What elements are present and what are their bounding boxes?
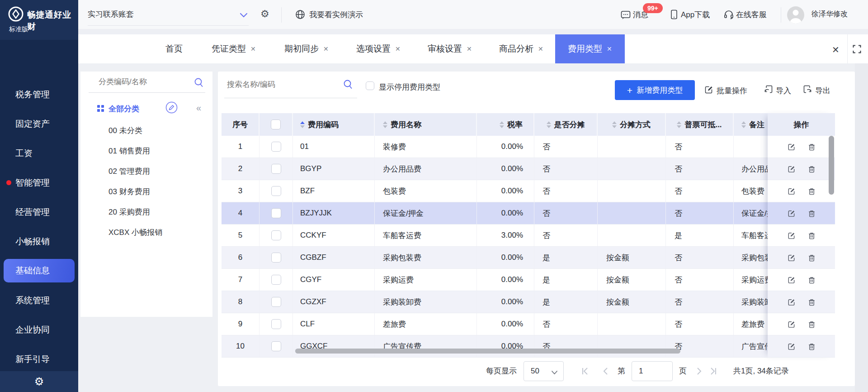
search-icon[interactable] (343, 79, 354, 91)
per-page-select[interactable]: 50 (524, 361, 564, 381)
delete-button[interactable] (807, 253, 816, 262)
chevron-down-icon[interactable] (240, 12, 248, 20)
column-header-1[interactable]: 序号 (222, 113, 259, 136)
row-checkbox[interactable] (271, 341, 281, 351)
table-row[interactable]: 101装修费0.00%否否 (222, 136, 835, 158)
sidebar-item-7[interactable]: 基础信息 (4, 259, 75, 282)
edit-button[interactable] (787, 165, 796, 173)
delete-button[interactable] (807, 231, 816, 240)
column-header-4[interactable]: 费用名称 (375, 113, 477, 136)
select-all-checkbox[interactable] (271, 120, 281, 129)
close-icon[interactable]: ✕ (538, 45, 543, 53)
edit-button[interactable] (787, 276, 796, 284)
delete-button[interactable] (807, 342, 816, 351)
headset-icon[interactable] (723, 9, 734, 22)
row-checkbox[interactable] (271, 142, 281, 152)
next-page-icon[interactable] (694, 367, 703, 378)
show-disabled-checkbox[interactable] (366, 81, 374, 90)
row-checkbox[interactable] (271, 208, 281, 218)
edit-button[interactable] (787, 253, 796, 262)
table-row[interactable]: 5CCKYF车船客运费3.00%否是车船客运费 (222, 225, 835, 247)
close-all-tabs-icon[interactable]: ✕ (832, 44, 840, 55)
app-download-label[interactable]: App下载 (681, 10, 710, 20)
column-header-3[interactable]: 费用编码 (293, 113, 375, 136)
column-header-5[interactable]: 税率 (477, 113, 534, 136)
tab-1[interactable]: 首页 (165, 34, 183, 63)
table-row[interactable]: 9CLF差旅费0.00%否否差旅费 (222, 313, 835, 335)
first-page-icon[interactable] (580, 367, 590, 378)
edit-button[interactable] (787, 143, 796, 151)
edit-button[interactable] (787, 187, 796, 196)
sidebar-item-4[interactable]: 智能管理 (0, 177, 78, 189)
row-checkbox[interactable] (271, 230, 281, 240)
settings-gear-icon[interactable]: ⚙ (34, 375, 44, 387)
edit-button[interactable] (787, 342, 796, 351)
tree-item-3[interactable]: 02 管理费用 (108, 166, 150, 177)
column-header-6[interactable]: 是否分摊 (534, 113, 598, 136)
column-header-2[interactable] (259, 113, 293, 136)
tree-item-1[interactable]: 00 未分类 (108, 125, 142, 137)
import-button[interactable]: 导入 (764, 85, 791, 96)
page-number-input[interactable] (632, 361, 673, 381)
row-checkbox[interactable] (271, 164, 281, 174)
search-icon[interactable] (193, 77, 204, 90)
tree-item-4[interactable]: 03 财务费用 (108, 186, 150, 198)
sidebar-item-10[interactable]: 新手引导 (0, 354, 78, 365)
sidebar-item-6[interactable]: 小畅报销 (0, 236, 78, 248)
delete-button[interactable] (807, 298, 816, 306)
tab-6[interactable]: 商品分析✕ (499, 34, 543, 63)
table-row[interactable]: 4BZJYJJK保证金/押金0.00%否否保证金/押金 (222, 202, 835, 225)
tree-item-2[interactable]: 01 销售费用 (108, 145, 150, 157)
row-checkbox[interactable] (271, 297, 281, 307)
tab-7[interactable]: 费用类型✕ (555, 34, 625, 63)
right-scroll-rail[interactable] (855, 63, 868, 392)
row-checkbox[interactable] (271, 275, 281, 285)
sidebar-item-1[interactable]: 税务管理 (0, 89, 78, 100)
tab-4[interactable]: 选项设置✕ (356, 34, 401, 63)
table-row[interactable]: 3BZF包装费0.00%否否包装费 (222, 180, 835, 202)
close-icon[interactable]: ✕ (323, 45, 329, 53)
tree-item-5[interactable]: 20 采购费用 (108, 206, 150, 218)
delete-button[interactable] (807, 320, 816, 329)
show-disabled-label[interactable]: 显示停用费用类型 (379, 82, 440, 92)
close-icon[interactable]: ✕ (467, 45, 472, 53)
online-service-label[interactable]: 在线客服 (736, 10, 767, 20)
edit-button[interactable] (787, 320, 796, 329)
avatar[interactable] (787, 6, 804, 24)
fullscreen-icon[interactable] (853, 45, 861, 55)
demo-link[interactable]: 我要看实例演示 (309, 10, 363, 20)
delete-button[interactable] (807, 209, 816, 218)
column-header-7[interactable]: 分摊方式 (598, 113, 666, 136)
category-search-input[interactable] (98, 77, 190, 87)
table-row[interactable]: 8CGZXF采购装卸费0.00%是按金额否采购装卸费 (222, 291, 835, 313)
account-settings-gear-icon[interactable]: ⚙ (260, 8, 269, 20)
delete-button[interactable] (807, 143, 816, 151)
tab-5[interactable]: 审核设置✕ (428, 34, 472, 63)
column-header-8[interactable]: 普票可抵... (666, 113, 734, 136)
batch-actions-button[interactable]: 批量操作 (704, 85, 747, 96)
tab-3[interactable]: 期初同步✕ (284, 34, 329, 63)
prev-page-icon[interactable] (601, 367, 610, 378)
message-icon[interactable] (620, 10, 631, 22)
close-icon[interactable]: ✕ (250, 45, 256, 53)
fee-search-input[interactable] (226, 80, 336, 90)
delete-button[interactable] (807, 187, 816, 196)
vertical-scrollbar-thumb[interactable] (829, 136, 834, 195)
close-icon[interactable]: ✕ (607, 45, 612, 53)
tree-root-all-categories[interactable]: 全部分类 (108, 104, 139, 114)
table-row[interactable]: 2BGYP办公用品费0.00%否否办公用品费 (222, 158, 835, 180)
sidebar-item-3[interactable]: 工资 (0, 148, 78, 159)
export-button[interactable]: 导出 (803, 85, 830, 96)
phone-icon[interactable] (669, 9, 679, 22)
user-name[interactable]: 徐泽华修改 (811, 10, 848, 19)
sort-carets-icon[interactable] (300, 121, 305, 128)
sort-carets-icon[interactable] (612, 121, 617, 128)
sort-carets-icon[interactable] (741, 121, 746, 128)
sort-carets-icon[interactable] (677, 121, 681, 128)
edit-category-pencil-circle-icon[interactable] (165, 101, 178, 115)
row-checkbox[interactable] (271, 319, 281, 329)
tree-item-6[interactable]: XCBX 小畅报销 (108, 227, 162, 239)
close-icon[interactable]: ✕ (395, 45, 401, 53)
account-selector[interactable]: 实习联系账套 (88, 9, 134, 19)
edit-button[interactable] (787, 209, 796, 218)
